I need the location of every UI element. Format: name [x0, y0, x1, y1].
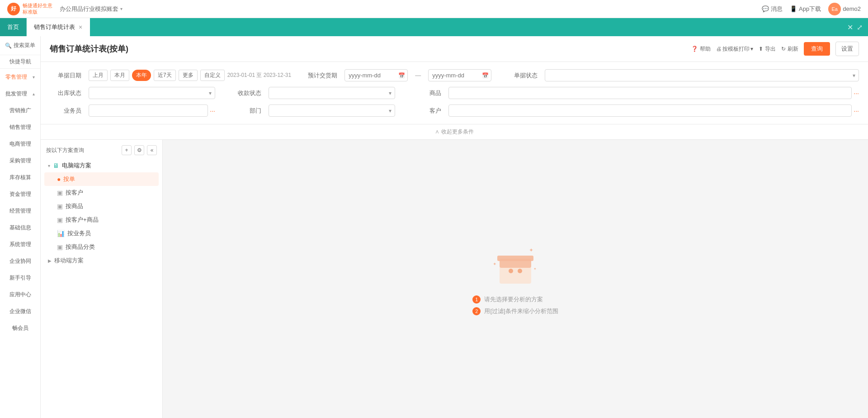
sidebar-item-wechat[interactable]: 企业微信: [0, 303, 40, 320]
empty-hints: 1 请先选择要分析的方案 2 用[过滤]条件来缩小分析范围: [472, 295, 558, 315]
this-year-btn[interactable]: 本年: [132, 70, 151, 81]
sidebar-item-ecommerce[interactable]: 电商管理: [0, 136, 40, 152]
help-btn[interactable]: ❓ 帮助: [691, 45, 711, 53]
sidebar-item-enterprise[interactable]: 企业协同: [0, 253, 40, 270]
goods-label: 商品: [410, 89, 441, 97]
sidebar-item-wholesale[interactable]: 批发管理 ▴: [0, 86, 40, 102]
payment-select[interactable]: [269, 87, 395, 99]
filter-row-1: 单据日期 上月 本月 本年 近7天 更多 自定义 2023-01-01 至 20…: [50, 69, 859, 81]
prev-month-btn[interactable]: 上月: [89, 70, 108, 81]
sq-icon-4: ▣: [57, 243, 63, 251]
tree-parent-pc[interactable]: ▾ 🖥 电脑端方案: [44, 159, 159, 172]
sidebar-item-purchase[interactable]: 采购管理: [0, 152, 40, 169]
tree-child-by-order-label: 按单: [63, 175, 75, 183]
tree-child-by-goods[interactable]: ▣ 按商品: [44, 200, 159, 213]
search-menu-btn[interactable]: 🔍 搜索菜单: [4, 40, 37, 51]
maximize-window-icon[interactable]: ⤢: [857, 23, 863, 32]
collapse-row[interactable]: ∧ 收起更多条件: [41, 124, 868, 140]
more-btn[interactable]: 更多: [179, 70, 198, 81]
filter-row-2: 出库状态 收款状态 商品 ···: [50, 87, 859, 99]
logo-icon: 好: [7, 3, 20, 15]
settings-scheme-btn[interactable]: ⚙: [134, 145, 144, 155]
mobile-section-label: 移动端方案: [54, 256, 84, 265]
this-month-btn[interactable]: 本月: [110, 70, 129, 81]
goods-more-btn[interactable]: ···: [854, 90, 859, 97]
query-btn[interactable]: 查询: [804, 42, 830, 56]
sidebar-item-basic[interactable]: 基础信息: [0, 219, 40, 236]
app-download-btn[interactable]: 📱 App下载: [790, 5, 821, 13]
payment-label: 收款状态: [230, 89, 261, 97]
tree-child-by-salesperson-label: 按业务员: [67, 229, 91, 238]
status-select[interactable]: [545, 69, 859, 81]
page-title: 销售订单统计表(按单): [50, 43, 128, 54]
hint-num-2: 2: [472, 307, 481, 315]
tree-child-by-order[interactable]: ● 按单: [44, 172, 159, 186]
shipping-select[interactable]: [89, 87, 215, 99]
sidebar-item-apps[interactable]: 应用中心: [0, 286, 40, 303]
top-bar-right: 💬 消息 📱 App下载 Ea demo2: [762, 3, 861, 15]
export-btn[interactable]: ⬆ 导出: [759, 45, 776, 53]
sidebar-quick-nav[interactable]: 快捷导航: [0, 55, 40, 69]
page-actions: ❓ 帮助 🖨 按模板打印 ▾ ⬆ 导出 ↻ 刷新 查询 设置: [691, 42, 859, 56]
sq-icon-2: ▣: [57, 203, 63, 210]
message-btn[interactable]: 💬 消息: [762, 5, 783, 13]
sidebar-item-finance[interactable]: 资金管理: [0, 186, 40, 203]
sidebar-item-newbie[interactable]: 新手引导: [0, 270, 40, 286]
goods-input[interactable]: [448, 87, 852, 99]
add-scheme-btn[interactable]: +: [122, 145, 132, 155]
tab-close-icon[interactable]: ×: [79, 24, 82, 31]
7days-btn[interactable]: 近7天: [154, 70, 176, 81]
sidebar-item-system[interactable]: 系统管理: [0, 236, 40, 253]
tree-child-by-customer[interactable]: ▣ 按客户: [44, 186, 159, 200]
sidebar-item-inventory-label: 库存核算: [9, 174, 31, 181]
customer-more-btn[interactable]: ···: [854, 107, 859, 114]
user-menu[interactable]: Ea demo2: [828, 3, 861, 15]
empty-state: ✦ ✦ ✦ 1 请先选择要分析的方案 2 用[过滤]条件来缩小分析范围: [472, 243, 558, 315]
template-print-btn[interactable]: 🖨 按模板打印 ▾: [716, 45, 753, 53]
sidebar-item-marketing-label: 营销推广: [9, 107, 31, 114]
main-layout: 🔍 搜索菜单 快捷导航 零售管理 ▾ 批发管理 ▴ 营销推广 销售管理 电商管理…: [0, 36, 868, 418]
sidebar-item-marketing[interactable]: 营销推广: [0, 102, 40, 119]
settings-btn[interactable]: 设置: [835, 42, 859, 56]
tab-sales-order[interactable]: 销售订单统计表 ×: [27, 18, 90, 36]
refresh-btn[interactable]: ↻ 刷新: [781, 45, 798, 53]
refresh-icon: ↻: [781, 46, 786, 52]
salesperson-more-btn[interactable]: ···: [210, 107, 215, 114]
close-window-icon[interactable]: ✕: [847, 23, 853, 32]
collapse-icon: ∧: [435, 128, 441, 135]
sidebar-item-system-label: 系统管理: [9, 241, 31, 248]
date-buttons-group: 上月 本月 本年 近7天 更多 自定义 2023-01-01 至 2023-12…: [89, 70, 291, 81]
help-icon: ❓: [691, 46, 698, 52]
sidebar-item-operations[interactable]: 经营管理: [0, 203, 40, 219]
tree-child-by-salesperson[interactable]: 📊 按业务员: [44, 227, 159, 240]
department-select[interactable]: [269, 104, 395, 117]
sidebar-item-inventory[interactable]: 库存核算: [0, 169, 40, 186]
pc-icon: 🖥: [53, 162, 59, 169]
radio-icon: ●: [57, 176, 61, 183]
sidebar-item-member[interactable]: 畅会员: [0, 320, 40, 337]
sidebar-item-sales-label: 销售管理: [9, 124, 31, 131]
bar-chart-icon: 📊: [57, 230, 65, 237]
department-select-wrap: [269, 104, 395, 117]
payment-select-wrap: [269, 87, 395, 99]
sidebar-item-sales[interactable]: 销售管理: [0, 119, 40, 136]
expected-date-end-wrap: [428, 69, 491, 81]
sidebar-item-retail[interactable]: 零售管理 ▾: [0, 69, 40, 86]
tree-sub-mobile[interactable]: ▶ 移动端方案: [44, 254, 159, 267]
tree-child-by-category[interactable]: ▣ 按商品分类: [44, 240, 159, 254]
expected-date-end-input[interactable]: [428, 69, 491, 81]
tree-child-by-cust-goods[interactable]: ▣ 按客户+商品: [44, 213, 159, 227]
sidebar-item-ecommerce-label: 电商管理: [9, 140, 31, 148]
salesperson-input[interactable]: [89, 104, 208, 117]
customer-input-group: ···: [448, 104, 859, 117]
breadcrumb-dropdown-icon[interactable]: ▾: [120, 6, 123, 11]
print-arrow-icon: ▾: [750, 46, 753, 52]
sidebar-search: 🔍 搜索菜单: [0, 36, 40, 55]
hint-item-2: 2 用[过滤]条件来缩小分析范围: [472, 307, 558, 315]
pc-section-label: 电脑端方案: [62, 162, 91, 170]
customer-input[interactable]: [448, 104, 852, 117]
custom-btn[interactable]: 自定义: [200, 70, 225, 81]
expected-date-start-input[interactable]: [344, 69, 408, 81]
tab-home[interactable]: 首页: [0, 18, 27, 36]
collapse-panel-btn[interactable]: «: [147, 145, 157, 155]
